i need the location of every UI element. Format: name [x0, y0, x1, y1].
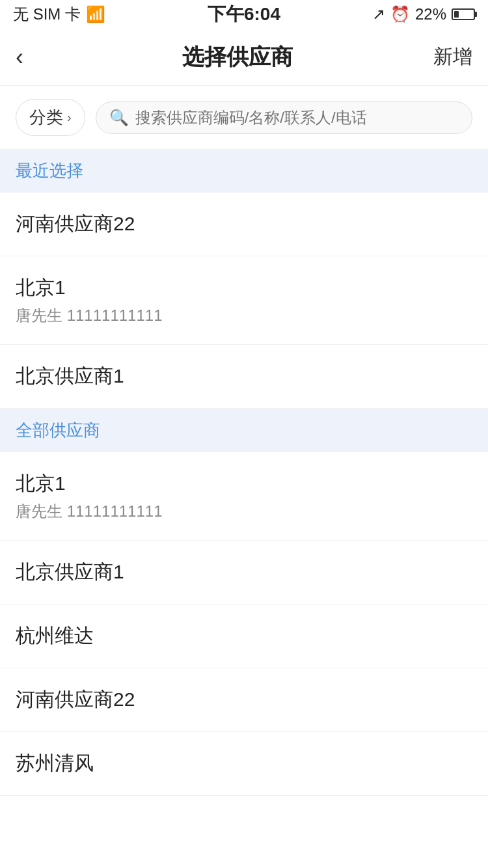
recent-section-header: 最近选择 [0, 149, 488, 193]
battery-icon [452, 8, 475, 20]
all-section-header: 全部供应商 [0, 409, 488, 452]
item-name: 河南供应商22 [16, 211, 472, 237]
recent-list-item[interactable]: 北京1 唐先生 11111111111 [0, 256, 488, 345]
location-icon: ↗ [372, 5, 385, 23]
search-box[interactable]: 🔍 [96, 102, 472, 134]
alarm-icon: ⏰ [390, 5, 410, 23]
page-title: 选择供应商 [182, 42, 293, 72]
item-name: 北京1 [16, 275, 472, 301]
item-name: 北京供应商1 [16, 363, 472, 390]
item-name: 苏州清风 [16, 750, 472, 777]
status-bar: 无 SIM 卡 📶 下午6:04 ↗ ⏰ 22% [0, 0, 488, 29]
filter-bar: 分类 › 🔍 [0, 86, 488, 149]
category-filter-button[interactable]: 分类 › [16, 99, 85, 136]
all-list-item[interactable]: 杭州维达 [0, 604, 488, 668]
new-action-button[interactable]: 新增 [420, 44, 472, 70]
category-label: 分类 [29, 106, 63, 129]
recent-items-list: 河南供应商22 北京1 唐先生 11111111111 北京供应商1 [0, 193, 488, 409]
search-input[interactable] [135, 109, 459, 127]
recent-list-item[interactable]: 河南供应商22 [0, 193, 488, 256]
all-list-item[interactable]: 北京供应商1 [0, 541, 488, 604]
item-name: 北京供应商1 [16, 559, 472, 586]
item-sub: 唐先生 11111111111 [16, 501, 472, 522]
item-name: 杭州维达 [16, 623, 472, 649]
status-left: 无 SIM 卡 📶 [13, 4, 105, 25]
recent-list-item[interactable]: 北京供应商1 [0, 345, 488, 409]
all-list-item[interactable]: 苏州清风 [0, 732, 488, 796]
item-sub: 唐先生 11111111111 [16, 305, 472, 326]
nav-bar: ‹ 选择供应商 新增 [0, 29, 488, 86]
search-icon: 🔍 [109, 109, 129, 127]
item-name: 北京1 [16, 470, 472, 497]
recent-section-label: 最近选择 [16, 161, 83, 180]
all-list-item[interactable]: 北京1 唐先生 11111111111 [0, 452, 488, 541]
status-right: ↗ ⏰ 22% [372, 5, 475, 23]
status-time: 下午6:04 [208, 2, 280, 27]
all-list-item[interactable]: 河南供应商22 [0, 668, 488, 732]
back-button[interactable]: ‹ [16, 44, 55, 71]
category-chevron-icon: › [67, 110, 72, 125]
wifi-icon: 📶 [86, 5, 105, 23]
battery-percent: 22% [415, 5, 446, 23]
all-section-label: 全部供应商 [16, 420, 100, 440]
all-items-list: 北京1 唐先生 11111111111 北京供应商1 杭州维达 河南供应商22 … [0, 452, 488, 796]
no-sim-label: 无 SIM 卡 [13, 4, 81, 25]
item-name: 河南供应商22 [16, 686, 472, 713]
